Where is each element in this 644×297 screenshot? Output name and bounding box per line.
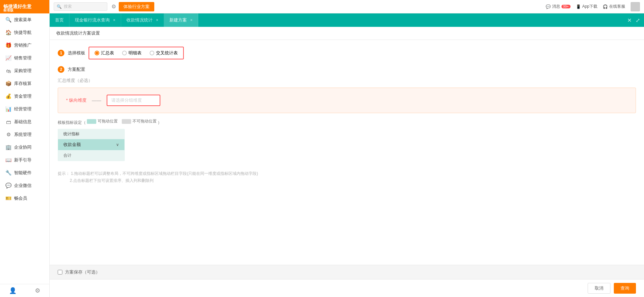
app-download-item[interactable]: 📱 App下载 (576, 4, 597, 9)
close-window-icon[interactable]: ✕ (627, 17, 632, 23)
service-item[interactable]: 🎧 在线客服 (603, 4, 625, 9)
sidebar-item-inventory[interactable]: 📦库存核算 (0, 77, 49, 90)
metrics-table: 统计指标 收款金额 ∨ 合计 (58, 129, 125, 161)
metrics-label-row: 模板指标设定（ 可拖动位置 不可拖动位置 ） (58, 118, 636, 126)
tab-cash-flow[interactable]: 现金银行流水查询× (69, 13, 121, 27)
sidebar-item-capital[interactable]: 💰资金管理 (0, 90, 49, 103)
dimension-row: * 纵向维度 —— 请选择分组维度 (66, 95, 628, 106)
sidebar-label-base-info: 基础信息 (14, 119, 32, 125)
page-content: 收款情况统计方案设置 1 选择模板 汇总表 明细表 (50, 27, 644, 297)
cancel-button[interactable]: 取消 (588, 283, 610, 294)
sidebar-item-marketing[interactable]: 🎁营销推广 (0, 39, 49, 52)
sidebar-label-search-menu: 搜索菜单 (14, 17, 32, 23)
metrics-section: 模板指标设定（ 可拖动位置 不可拖动位置 ） (58, 118, 636, 162)
user-avatar[interactable] (631, 2, 640, 11)
sidebar-label-sales: 销售管理 (14, 55, 32, 61)
topbar-right: 💬 消息 99+ 📱 App下载 🎧 在线客服 (546, 2, 640, 11)
step2-number: 2 (58, 66, 64, 73)
sidebar-icon-quick-nav: 🏠 (5, 30, 11, 36)
sidebar: 畅捷通好生意 标准版 🔍搜索菜单🏠快捷导航🎁营销推广📈销售管理🛍采购管理📦库存核… (0, 0, 50, 297)
sidebar-label-enterprise: 企业协同 (14, 144, 32, 150)
tab-home[interactable]: 首页 (50, 13, 69, 27)
sidebar-icon-smart-hw: 🔧 (5, 170, 11, 176)
save-checkbox[interactable] (58, 270, 62, 275)
sidebar-icon-sys-manage: ⚙ (5, 132, 11, 138)
sidebar-item-sys-manage[interactable]: ⚙系统管理 (0, 128, 49, 141)
metrics-section-title: 模板指标设定（ 可拖动位置 不可拖动位置 ） (58, 118, 162, 126)
sidebar-item-sales[interactable]: 📈销售管理 (0, 52, 49, 64)
tab-close-collection-stat[interactable]: × (156, 18, 158, 22)
sidebar-item-enterprise[interactable]: 🏢企业协同 (0, 141, 49, 154)
sidebar-bottom-right[interactable]: ⚙ (35, 287, 40, 294)
settings-panel: 1 选择模板 汇总表 明细表 交叉统计表 (50, 40, 644, 265)
sidebar-item-smart-hw[interactable]: 🔧智能硬件 (0, 166, 49, 179)
template-options-box: 汇总表 明细表 交叉统计表 (89, 47, 184, 59)
metrics-row-amount[interactable]: 收款金额 ∨ (58, 139, 124, 150)
draggable-indicator: 可拖动位置 (87, 118, 118, 124)
sidebar-logo: 畅捷通好生意 标准版 (0, 0, 49, 13)
step1-number: 1 (58, 50, 64, 56)
step1-title: 选择模板 (68, 50, 85, 56)
sidebar-item-quick-nav[interactable]: 🏠快捷导航 (0, 26, 49, 39)
logo-badge: 标准版 (3, 8, 13, 13)
dimension-select[interactable]: 请选择分组维度 (107, 95, 160, 106)
metrics-total-row: 合计 (58, 150, 124, 161)
radio-cross-circle (150, 51, 154, 55)
sidebar-icon-search-menu: 🔍 (5, 17, 11, 23)
sidebar-label-wechat: 企业微信 (14, 183, 32, 189)
message-badge: 99+ (561, 5, 571, 8)
service-icon: 🎧 (603, 4, 608, 9)
radio-detail-circle (122, 51, 127, 55)
app-icon: 📱 (576, 4, 581, 9)
sidebar-icon-enterprise: 🏢 (5, 144, 11, 150)
sidebar-item-purchase[interactable]: 🛍采购管理 (0, 64, 49, 77)
sidebar-icon-purchase: 🛍 (5, 68, 11, 74)
sidebar-icon-marketing: 🎁 (5, 42, 11, 48)
fixed-indicator: 不可拖动位置 (122, 118, 157, 124)
sidebar-icon-guide: 📖 (5, 157, 11, 163)
tab-close-cash-flow[interactable]: × (113, 18, 115, 22)
message-item[interactable]: 💬 消息 99+ (546, 4, 571, 9)
radio-summary[interactable]: 汇总表 (95, 50, 114, 56)
radio-cross[interactable]: 交叉统计表 (150, 50, 178, 56)
page-title: 收款情况统计方案设置 (50, 27, 644, 40)
gear-icon[interactable]: ⚙ (111, 3, 116, 10)
metrics-table-header: 统计指标 (58, 129, 124, 139)
radio-summary-circle (95, 51, 99, 55)
arrow-icon: —— (92, 98, 101, 103)
sidebar-icon-member: 🎫 (5, 195, 11, 201)
topbar: 🔍 搜索 ⚙ 体验行业方案 💬 消息 99+ 📱 App下载 🎧 在线客服 (50, 0, 644, 13)
sidebar-icon-operation: 📊 (5, 106, 11, 112)
dimension-label: 汇总维度（必选） (58, 78, 636, 84)
trial-button[interactable]: 体验行业方案 (119, 2, 154, 11)
tabbar-actions: ✕ ⤢ (623, 13, 644, 27)
row-dimension-label: * 纵向维度 (66, 97, 87, 103)
sidebar-item-guide[interactable]: 📖新手引导 (0, 154, 49, 166)
message-icon: 💬 (546, 4, 551, 9)
sidebar-label-marketing: 营销推广 (14, 42, 32, 48)
radio-summary-label: 汇总表 (101, 50, 114, 56)
tab-new-plan[interactable]: 新建方案× (164, 13, 198, 27)
sidebar-icon-base-info: 🗃 (5, 119, 11, 125)
sidebar-item-operation[interactable]: 📊经营管理 (0, 103, 49, 115)
sidebar-label-sys-manage: 系统管理 (14, 132, 32, 138)
query-button[interactable]: 查询 (614, 283, 636, 294)
sidebar-icon-capital: 💰 (5, 93, 11, 99)
tabbar: 首页现金银行流水查询×收款情况统计×新建方案× ✕ ⤢ (50, 13, 644, 27)
sidebar-bottom-left[interactable]: 👤 (9, 287, 16, 294)
sidebar-item-wechat[interactable]: 💬企业微信 (0, 179, 49, 192)
tab-collection-stat[interactable]: 收款情况统计× (121, 13, 164, 27)
radio-detail[interactable]: 明细表 (122, 50, 142, 56)
sidebar-item-base-info[interactable]: 🗃基础信息 (0, 115, 49, 128)
topbar-search-box[interactable]: 🔍 搜索 (54, 2, 107, 11)
dimension-placeholder: 请选择分组维度 (111, 98, 142, 103)
metrics-amount-label: 收款金额 (63, 142, 81, 148)
tip1: 提示： 1.拖动标题栏可以调整布局，不可跨维度或指标区域拖动栏目字段(只能在同一… (58, 170, 636, 178)
tab-close-new-plan[interactable]: × (190, 18, 193, 22)
sidebar-item-search-menu[interactable]: 🔍搜索菜单 (0, 13, 49, 26)
sidebar-item-member[interactable]: 🎫畅会员 (0, 192, 49, 205)
message-label: 消息 (552, 4, 560, 9)
maximize-icon[interactable]: ⤢ (636, 17, 640, 23)
search-icon: 🔍 (57, 4, 62, 9)
dimension-config: 汇总维度（必选） * 纵向维度 —— 请选择分组维度 (58, 78, 636, 113)
